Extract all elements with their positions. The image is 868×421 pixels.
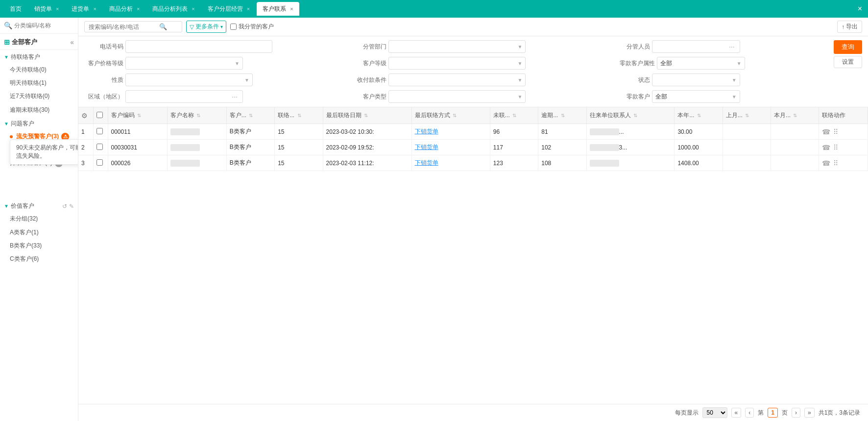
close-sales-icon[interactable]: × xyxy=(56,6,59,12)
person-select[interactable]: ··· xyxy=(652,40,740,53)
row-method-link-3[interactable]: 下销货单 xyxy=(415,159,438,166)
contact-icon-1[interactable]: ☎ xyxy=(822,128,830,136)
more-icon-2[interactable]: ⠿ xyxy=(833,144,838,151)
filter-dept: 分管部门 ▼ xyxy=(347,40,599,53)
more-icon-3[interactable]: ⠿ xyxy=(833,159,838,167)
tab-customer-contact[interactable]: 客户联系 × xyxy=(257,2,299,16)
th-this-year[interactable]: 本年... ⇅ xyxy=(675,107,723,124)
region-select[interactable]: ··· xyxy=(125,90,243,103)
th-contact[interactable]: 联络... ⇅ xyxy=(275,107,323,124)
action-icons-3: ☎ ⠿ xyxy=(822,159,865,167)
my-customers-checkbox-label[interactable]: 我分管的客户 xyxy=(230,23,274,31)
zero-attr-select[interactable]: 全部 ▼ xyxy=(657,57,745,70)
th-contact-person[interactable]: 往来单位联系人 ⇅ xyxy=(586,107,675,124)
sidebar-item-class-a[interactable]: A类客户(1) xyxy=(0,226,78,239)
settings-button[interactable]: 设置 xyxy=(834,56,862,68)
th-overdue[interactable]: 逾期... ⇅ xyxy=(538,107,586,124)
row-action-1: ☎ ⠿ xyxy=(819,124,868,140)
row-method-link-2[interactable]: 下销货单 xyxy=(415,144,438,150)
zero-customer-select[interactable]: 全部 ▼ xyxy=(652,90,740,103)
section-problem-customers[interactable]: ▼ 问题客户 xyxy=(0,117,78,130)
table-row: 2 00030031 B类客户 15 2023-02-09 19:52: 下销货… xyxy=(78,140,868,155)
person-dots-icon[interactable]: ··· xyxy=(727,43,737,50)
th-settings[interactable]: ⚙ xyxy=(78,107,93,124)
settings-gear-icon[interactable]: ⚙ xyxy=(81,112,88,120)
refresh-icon[interactable]: ↺ xyxy=(62,203,67,210)
tab-goods-list[interactable]: 商品分析列表 × xyxy=(146,2,200,16)
row-last-method-1[interactable]: 下销货单 xyxy=(411,124,490,140)
select-all-checkbox[interactable] xyxy=(96,112,103,118)
sidebar-item-class-b[interactable]: B类客户(33) xyxy=(0,239,78,252)
payment-select[interactable]: ▼ xyxy=(388,74,526,86)
row-1-checkbox[interactable] xyxy=(96,128,103,134)
row-last-method-3[interactable]: 下销货单 xyxy=(411,155,490,171)
section-pending-contact[interactable]: ▼ 待联络客户 xyxy=(0,50,78,63)
last-page-button[interactable]: » xyxy=(804,408,815,418)
close-goods-analysis-icon[interactable]: × xyxy=(137,6,140,12)
row-checkbox-2[interactable] xyxy=(93,140,108,155)
th-last-month[interactable]: 上月... ⇅ xyxy=(723,107,771,124)
chevron-payment-icon: ▼ xyxy=(517,77,522,83)
th-this-month[interactable]: 本月... ⇅ xyxy=(771,107,819,124)
query-button[interactable]: 查询 xyxy=(834,40,862,54)
tab-purchase[interactable]: 进货单 × xyxy=(66,2,102,16)
customer-type-select[interactable]: ▼ xyxy=(388,90,526,103)
th-checkbox[interactable] xyxy=(93,107,108,124)
prev-page-button[interactable]: ‹ xyxy=(745,408,754,418)
tab-customer-layer[interactable]: 客户分层经营 × xyxy=(202,2,256,16)
sort-date-icon: ⇅ xyxy=(364,113,368,118)
close-customer-layer-icon[interactable]: × xyxy=(247,6,250,12)
contact-icon-2[interactable]: ☎ xyxy=(822,144,830,151)
th-un-contact[interactable]: 未联... ⇅ xyxy=(490,107,538,124)
th-last-method[interactable]: 最后联络方式 ⇅ xyxy=(411,107,490,124)
first-page-button[interactable]: « xyxy=(731,408,742,418)
tab-sales[interactable]: 销货单 × xyxy=(28,2,65,16)
price-level-select[interactable]: ▼ xyxy=(125,57,243,70)
customer-level-select[interactable]: ▼ xyxy=(388,57,526,70)
export-button[interactable]: ↑ 导出 xyxy=(837,21,862,33)
search-input[interactable] xyxy=(89,24,157,30)
row-checkbox-3[interactable] xyxy=(93,155,108,171)
sidebar-item-today-contact[interactable]: 今天待联络(0) xyxy=(0,63,78,76)
close-customer-contact-icon[interactable]: × xyxy=(290,6,293,12)
sidebar-item-week-contact[interactable]: 近7天待联络(0) xyxy=(0,90,78,103)
th-type[interactable]: 客户... ⇅ xyxy=(226,107,274,124)
my-customers-checkbox[interactable] xyxy=(230,24,237,30)
row-this-month-1 xyxy=(771,124,819,140)
sidebar-item-ungrouped[interactable]: 未分组(32) xyxy=(0,212,78,225)
edit-icon[interactable]: ✎ xyxy=(69,203,74,210)
row-method-link-1[interactable]: 下销货单 xyxy=(415,128,438,135)
window-close-button[interactable]: × xyxy=(856,2,864,15)
close-goods-list-icon[interactable]: × xyxy=(192,6,194,12)
row-2-checkbox[interactable] xyxy=(96,144,103,150)
search-icon[interactable]: 🔍 xyxy=(159,23,167,30)
row-last-method-2[interactable]: 下销货单 xyxy=(411,140,490,155)
region-dots-icon[interactable]: ··· xyxy=(230,93,240,100)
section-value-customers[interactable]: ▼ 价值客户 ↺ ✎ xyxy=(0,199,78,212)
th-code[interactable]: 客户编码 ⇅ xyxy=(108,107,167,124)
th-last-date[interactable]: 最后联络日期 ⇅ xyxy=(323,107,411,124)
close-purchase-icon[interactable]: × xyxy=(93,6,96,12)
dept-select[interactable]: ▼ xyxy=(388,40,526,53)
status-select[interactable]: ▼ xyxy=(652,74,740,86)
collapse-icon[interactable]: « xyxy=(70,38,74,46)
per-page-select[interactable]: 50 100 200 xyxy=(702,407,727,418)
row-3-checkbox[interactable] xyxy=(96,159,103,166)
row-num-2: 2 xyxy=(78,140,93,155)
next-page-button[interactable]: › xyxy=(792,408,800,418)
row-checkbox-1[interactable] xyxy=(93,124,108,140)
nature-select[interactable]: ▼ xyxy=(125,74,253,86)
sort-type-icon: ⇅ xyxy=(249,113,253,118)
phone-input[interactable] xyxy=(125,40,272,53)
tab-goods-analysis[interactable]: 商品分析 × xyxy=(103,2,145,16)
action-icons-2: ☎ ⠿ xyxy=(822,144,865,151)
sidebar-item-tomorrow-contact[interactable]: 明天待联络(1) xyxy=(0,76,78,90)
tab-home[interactable]: 首页 xyxy=(4,2,27,16)
sidebar-item-class-c[interactable]: C类客户(6) xyxy=(0,252,78,266)
sidebar-search-input[interactable] xyxy=(14,22,78,29)
th-name[interactable]: 客户名称 ⇅ xyxy=(167,107,226,124)
contact-icon-3[interactable]: ☎ xyxy=(822,159,830,167)
more-filters-button[interactable]: ▽ 更多条件 ▾ xyxy=(186,21,226,33)
more-icon-1[interactable]: ⠿ xyxy=(833,128,838,136)
sidebar-item-overdue-contact[interactable]: 逾期未联络(30) xyxy=(0,103,78,117)
